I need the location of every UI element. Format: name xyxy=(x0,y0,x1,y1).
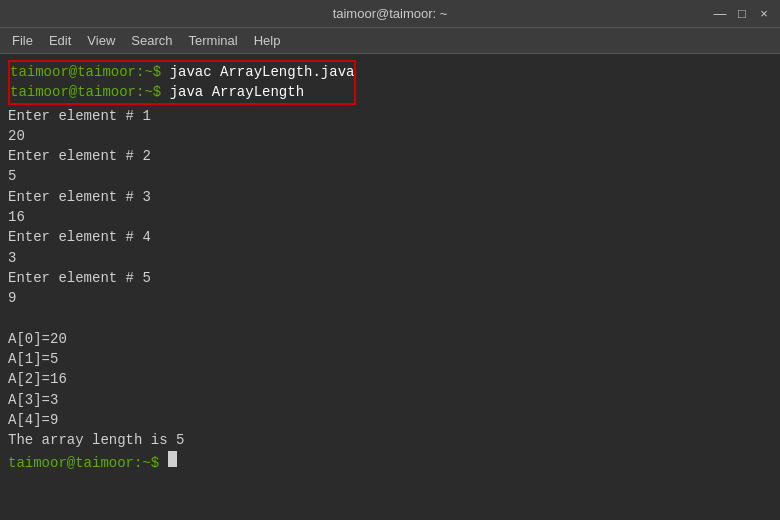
prompt-2: taimoor@taimoor:~$ xyxy=(10,82,170,102)
window-title: taimoor@taimoor: ~ xyxy=(333,6,448,21)
close-button[interactable]: × xyxy=(756,6,772,21)
terminal-body[interactable]: taimoor@taimoor:~$ javac ArrayLength.jav… xyxy=(0,54,780,520)
output-line-2: 20 xyxy=(8,126,772,146)
terminal-line-2: taimoor@taimoor:~$ java ArrayLength xyxy=(10,82,354,102)
output-a3: A[3]=3 xyxy=(8,390,772,410)
output-line-9: Enter element # 5 xyxy=(8,268,772,288)
output-a4: A[4]=9 xyxy=(8,410,772,430)
terminal-prompt-final: taimoor@taimoor:~$ xyxy=(8,451,772,473)
output-line-3: Enter element # 2 xyxy=(8,146,772,166)
cmd-1: javac ArrayLength.java xyxy=(170,62,355,82)
terminal-line-1: taimoor@taimoor:~$ javac ArrayLength.jav… xyxy=(10,62,354,82)
window-controls: — □ × xyxy=(712,6,772,21)
menu-view[interactable]: View xyxy=(79,31,123,50)
output-a0: A[0]=20 xyxy=(8,329,772,349)
output-line-7: Enter element # 4 xyxy=(8,227,772,247)
output-line-4: 5 xyxy=(8,166,772,186)
minimize-button[interactable]: — xyxy=(712,6,728,21)
output-line-10: 9 xyxy=(8,288,772,308)
terminal-window: taimoor@taimoor: ~ — □ × File Edit View … xyxy=(0,0,780,520)
menu-help[interactable]: Help xyxy=(246,31,289,50)
output-line-8: 3 xyxy=(8,248,772,268)
menu-edit[interactable]: Edit xyxy=(41,31,79,50)
cursor xyxy=(168,451,177,467)
menu-terminal[interactable]: Terminal xyxy=(181,31,246,50)
menu-bar: File Edit View Search Terminal Help xyxy=(0,28,780,54)
output-blank xyxy=(8,309,772,329)
output-a2: A[2]=16 xyxy=(8,369,772,389)
output-line-5: Enter element # 3 xyxy=(8,187,772,207)
output-line-1: Enter element # 1 xyxy=(8,106,772,126)
maximize-button[interactable]: □ xyxy=(734,6,750,21)
title-bar: taimoor@taimoor: ~ — □ × xyxy=(0,0,780,28)
output-line-6: 16 xyxy=(8,207,772,227)
output-a1: A[1]=5 xyxy=(8,349,772,369)
prompt-final: taimoor@taimoor:~$ xyxy=(8,453,168,473)
menu-file[interactable]: File xyxy=(4,31,41,50)
cmd-2: java ArrayLength xyxy=(170,82,304,102)
prompt-1: taimoor@taimoor:~$ xyxy=(10,62,170,82)
output-length: The array length is 5 xyxy=(8,430,772,450)
menu-search[interactable]: Search xyxy=(123,31,180,50)
